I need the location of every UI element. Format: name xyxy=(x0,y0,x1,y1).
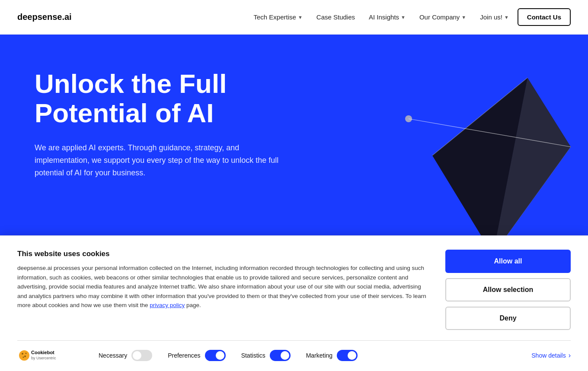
chevron-right-icon: › xyxy=(569,352,571,359)
svg-text:by Usercentrics: by Usercentrics xyxy=(31,356,56,360)
toggle-marketing-switch[interactable] xyxy=(337,350,358,361)
cookiebot-logo: Cookiebot by Usercentrics xyxy=(17,347,78,364)
toggle-necessary-switch[interactable] xyxy=(131,350,152,361)
toggle-statistics: Statistics xyxy=(241,350,291,361)
toggle-knob xyxy=(348,351,356,360)
svg-text:Cookiebot: Cookiebot xyxy=(31,350,54,355)
privacy-policy-link[interactable]: privacy policy xyxy=(150,302,185,308)
toggle-knob xyxy=(281,351,289,360)
toggle-knob xyxy=(216,351,224,360)
cookie-description: deepsense.ai processes your personal inf… xyxy=(17,263,428,310)
toggle-marketing: Marketing xyxy=(306,350,358,361)
cookie-toggle-group: Necessary Preferences Statistics xyxy=(99,350,531,361)
cookie-main: This website uses cookies deepsense.ai p… xyxy=(17,250,428,310)
cookie-banner: This website uses cookies deepsense.ai p… xyxy=(0,235,588,371)
allow-all-button[interactable]: Allow all xyxy=(445,250,571,273)
toggle-preferences-switch[interactable] xyxy=(205,350,226,361)
svg-point-9 xyxy=(24,355,26,357)
show-details-button[interactable]: Show details › xyxy=(531,352,571,359)
svg-point-8 xyxy=(22,353,23,355)
toggle-knob xyxy=(133,351,141,360)
svg-point-7 xyxy=(19,350,29,361)
cookie-bottom: Cookiebot by Usercentrics Necessary Pref… xyxy=(17,341,571,371)
svg-point-10 xyxy=(23,357,24,358)
toggle-necessary: Necessary xyxy=(99,350,152,361)
allow-selection-button[interactable]: Allow selection xyxy=(445,278,571,301)
cookie-top: This website uses cookies deepsense.ai p… xyxy=(17,250,571,330)
svg-point-11 xyxy=(26,353,27,354)
toggle-preferences: Preferences xyxy=(168,350,225,361)
deny-button[interactable]: Deny xyxy=(445,307,571,330)
cookie-overlay: This website uses cookies deepsense.ai p… xyxy=(0,0,588,371)
cookie-title: This website uses cookies xyxy=(17,250,428,258)
cookie-buttons: Allow all Allow selection Deny xyxy=(445,250,571,330)
toggle-statistics-switch[interactable] xyxy=(270,350,291,361)
